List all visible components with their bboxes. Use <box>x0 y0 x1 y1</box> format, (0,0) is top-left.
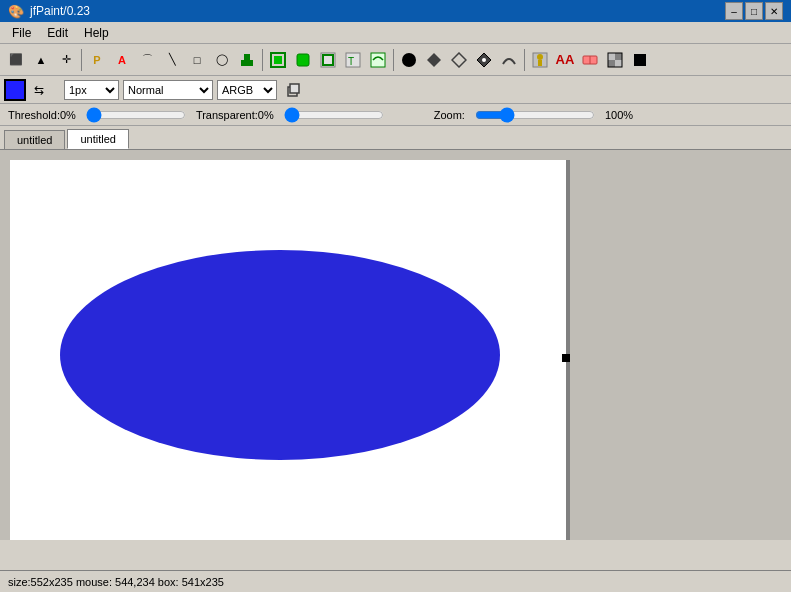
tab-bar: untitled untitled <box>0 126 791 150</box>
swap-colors-button[interactable]: ⇆ <box>30 81 48 99</box>
tool-filter[interactable] <box>528 48 552 72</box>
tool-green3[interactable] <box>316 48 340 72</box>
blend-mode-select[interactable]: Normal Multiply Screen <box>123 80 213 100</box>
maximize-button[interactable]: □ <box>745 2 763 20</box>
svg-rect-21 <box>615 53 622 60</box>
window-title: 🎨 jfPaint/0.23 <box>8 4 90 19</box>
svg-rect-22 <box>608 60 615 67</box>
resize-handle-right[interactable] <box>562 354 570 362</box>
drawing-canvas[interactable] <box>10 160 560 540</box>
zoom-value: 100% <box>605 109 633 121</box>
tool-text2[interactable]: AA <box>553 48 577 72</box>
tool-move[interactable]: ✛ <box>54 48 78 72</box>
menu-edit[interactable]: Edit <box>39 24 76 42</box>
tool-black-fill[interactable] <box>397 48 421 72</box>
svg-rect-23 <box>615 60 622 67</box>
close-button[interactable]: ✕ <box>765 2 783 20</box>
tool-stamp[interactable] <box>235 48 259 72</box>
tool-diamond[interactable] <box>422 48 446 72</box>
tool-checker[interactable] <box>603 48 627 72</box>
transparent-label: Transparent:0% <box>196 109 274 121</box>
transparent-slider[interactable] <box>284 108 384 122</box>
svg-rect-27 <box>290 84 299 93</box>
tool-ellipse[interactable]: ◯ <box>210 48 234 72</box>
svg-rect-1 <box>244 54 250 61</box>
tool-curve[interactable]: ⌒ <box>135 48 159 72</box>
tool-arc[interactable] <box>497 48 521 72</box>
titlebar: 🎨 jfPaint/0.23 – □ ✕ <box>0 0 791 22</box>
tool-green2[interactable] <box>291 48 315 72</box>
title-text: jfPaint/0.23 <box>30 4 90 18</box>
tool-line[interactable]: ╲ <box>160 48 184 72</box>
menubar: File Edit Help <box>0 22 791 44</box>
tool-pencil[interactable]: P <box>85 48 109 72</box>
toolbar-separator-4 <box>524 49 525 71</box>
svg-rect-25 <box>634 54 646 66</box>
tool-select[interactable]: ⬛ <box>4 48 28 72</box>
svg-point-16 <box>537 54 543 60</box>
toolbar: ⬛ ▲ ✛ P A ⌒ ╲ □ ◯ T AA <box>0 44 791 76</box>
svg-rect-17 <box>538 60 542 66</box>
window-controls: – □ ✕ <box>725 2 783 20</box>
options-bar: ⇆ 1px 2px 3px 4px 5px Normal Multiply Sc… <box>0 76 791 104</box>
threshold-label: Threshold:0% <box>8 109 76 121</box>
threshold-slider[interactable] <box>86 108 186 122</box>
toolbar-separator-3 <box>393 49 394 71</box>
tool-green1[interactable] <box>266 48 290 72</box>
tool-black-square[interactable] <box>628 48 652 72</box>
app-icon: 🎨 <box>8 4 24 19</box>
svg-rect-3 <box>274 56 282 64</box>
tool-green5[interactable] <box>366 48 390 72</box>
tool-diamond-filled[interactable] <box>472 48 496 72</box>
menu-file[interactable]: File <box>4 24 39 42</box>
copy-color-button[interactable] <box>281 78 305 102</box>
tool-rect[interactable]: □ <box>185 48 209 72</box>
svg-text:T: T <box>348 56 354 67</box>
threshold-bar: Threshold:0% Transparent:0% Zoom: 100% <box>0 104 791 126</box>
canvas-wrapper <box>10 160 570 540</box>
tab-1[interactable]: untitled <box>4 130 65 149</box>
brush-size-select[interactable]: 1px 2px 3px 4px 5px <box>64 80 119 100</box>
tool-text[interactable]: A <box>110 48 134 72</box>
svg-marker-12 <box>452 53 466 67</box>
tool-fill[interactable]: ▲ <box>29 48 53 72</box>
foreground-color[interactable] <box>4 79 26 101</box>
svg-marker-11 <box>427 53 441 67</box>
status-text: size:552x235 mouse: 544,234 box: 541x235 <box>8 576 224 588</box>
zoom-slider[interactable] <box>475 108 595 122</box>
tool-eraser[interactable] <box>578 48 602 72</box>
statusbar: size:552x235 mouse: 544,234 box: 541x235 <box>0 570 791 592</box>
svg-point-14 <box>482 58 486 62</box>
tool-diamond-outline[interactable] <box>447 48 471 72</box>
svg-rect-4 <box>297 54 309 66</box>
tool-green4[interactable]: T <box>341 48 365 72</box>
tab-2[interactable]: untitled <box>67 129 128 149</box>
zoom-label: Zoom: <box>434 109 465 121</box>
toolbar-separator-1 <box>81 49 82 71</box>
toolbar-separator-2 <box>262 49 263 71</box>
minimize-button[interactable]: – <box>725 2 743 20</box>
menu-help[interactable]: Help <box>76 24 117 42</box>
color-mode-select[interactable]: ARGB RGB HSB <box>217 80 277 100</box>
svg-point-29 <box>60 250 500 460</box>
svg-rect-20 <box>608 53 615 60</box>
canvas-area <box>0 150 791 540</box>
svg-point-10 <box>402 53 416 67</box>
